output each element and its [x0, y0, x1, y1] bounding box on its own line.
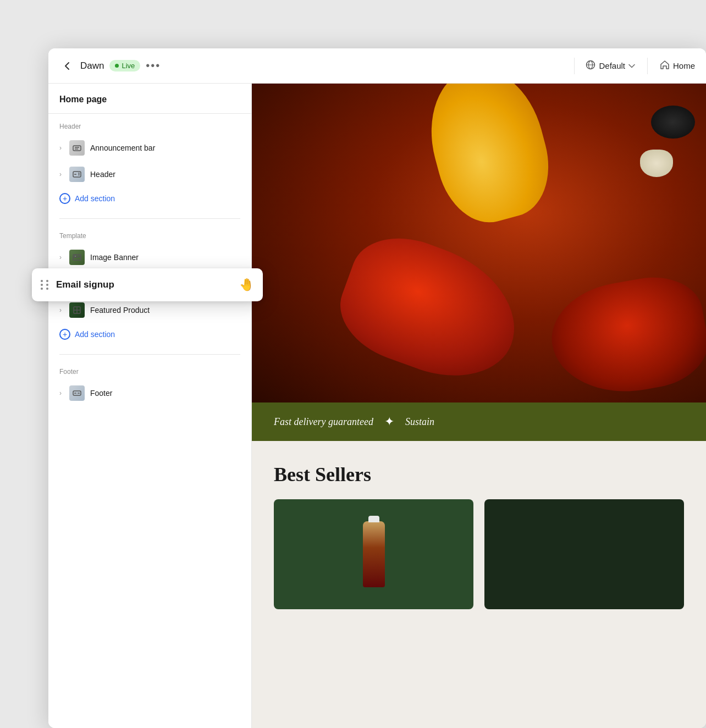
featured-product-icon: [69, 302, 85, 318]
default-label[interactable]: Default: [599, 61, 625, 70]
sidebar-item-header[interactable]: › Header: [48, 161, 251, 187]
home-icon: [660, 60, 670, 72]
dragged-email-signup[interactable]: Email signup 🤚: [32, 268, 263, 301]
pepper-dark: [651, 106, 695, 139]
globe-icon: [586, 60, 595, 72]
drag-dot-1: [41, 280, 43, 282]
header-icon: [69, 167, 85, 182]
chevron-down-icon: [628, 62, 635, 70]
drag-dot-3: [41, 284, 43, 286]
image-banner-label: Image Banner: [90, 253, 139, 262]
add-circle-icon-2: +: [59, 329, 70, 340]
divider-1: [59, 218, 240, 219]
topbar-left: Dawn Live •••: [59, 58, 567, 74]
sidebar-item-footer[interactable]: › Footer: [48, 380, 251, 406]
product-grid: [274, 499, 684, 609]
product-image-2: [484, 499, 684, 609]
chevron-right-icon-5: ›: [59, 306, 62, 314]
more-button[interactable]: •••: [146, 59, 161, 72]
topbar-divider: [647, 58, 648, 74]
footer-icon: [69, 385, 85, 401]
chevron-right-icon: ›: [59, 144, 62, 152]
home-label: Home: [673, 61, 695, 70]
page-title: Home page: [48, 84, 251, 114]
banner-bar: Fast delivery guaranteed ✦ Sustain: [252, 402, 706, 441]
best-sellers-section: Best Sellers: [252, 441, 706, 728]
preview-scroll: Fast delivery guaranteed ✦ Sustain Best …: [252, 84, 706, 728]
product-card-2: [484, 499, 684, 609]
template-group-label: Template: [48, 232, 251, 244]
add-section-label-2: Add section: [75, 330, 115, 339]
banner-text-2: Sustain: [405, 416, 434, 428]
hand-cursor-icon: 🤚: [239, 278, 254, 292]
chevron-right-icon-3: ›: [59, 253, 62, 261]
drag-dot-2: [46, 280, 48, 282]
chevron-right-icon-2: ›: [59, 170, 62, 178]
announcement-bar-icon: [69, 140, 85, 156]
announcement-bar-label: Announcement bar: [90, 144, 155, 152]
live-badge: Live: [109, 60, 140, 71]
add-section-label-1: Add section: [75, 194, 115, 203]
header-group: Header › Announcement bar ›: [48, 114, 251, 214]
add-section-button-1[interactable]: + Add section: [48, 187, 251, 209]
header-group-label: Header: [48, 123, 251, 135]
add-circle-icon-1: +: [59, 193, 70, 204]
topbar: Dawn Live ••• Default: [48, 48, 706, 84]
footer-group-label: Footer: [48, 368, 251, 380]
hero-section: [252, 84, 706, 402]
live-label: Live: [122, 62, 135, 70]
best-sellers-title: Best Sellers: [274, 463, 684, 486]
image-banner-icon: [69, 250, 85, 265]
topbar-right: Default Home: [574, 58, 695, 74]
header-label: Header: [90, 170, 115, 179]
product-image-1: [274, 499, 473, 609]
back-icon[interactable]: [59, 58, 75, 74]
footer-label: Footer: [90, 389, 112, 398]
featured-product-label: Featured Product: [90, 306, 150, 315]
svg-rect-3: [73, 146, 81, 151]
theme-name: Dawn: [80, 60, 104, 71]
bottle-cap-1: [368, 516, 379, 522]
drag-dot-4: [46, 284, 48, 286]
live-dot: [115, 64, 119, 68]
banner-star: ✦: [384, 415, 394, 429]
add-section-button-2[interactable]: + Add section: [48, 323, 251, 345]
banner-text-1: Fast delivery guaranteed: [274, 416, 373, 428]
sidebar-item-announcement-bar[interactable]: › Announcement bar: [48, 135, 251, 161]
footer-group: Footer › Footer: [48, 359, 251, 411]
chevron-right-icon-6: ›: [59, 389, 62, 397]
product-card-1: [274, 499, 473, 609]
bottle-shape-1: [363, 521, 385, 587]
drag-dot-5: [41, 288, 43, 290]
divider-2: [59, 354, 240, 355]
sidebar-item-image-banner[interactable]: › Image Banner: [48, 244, 251, 271]
preview-area: Fast delivery guaranteed ✦ Sustain Best …: [252, 84, 706, 728]
drag-handle: [41, 280, 49, 290]
svg-point-11: [75, 256, 76, 257]
garlic: [640, 150, 673, 177]
main-area: Home page Header › Announcement bar: [48, 84, 706, 728]
sidebar: Home page Header › Announcement bar: [48, 84, 252, 728]
drag-dot-6: [46, 288, 48, 290]
dragged-label: Email signup: [56, 279, 228, 290]
